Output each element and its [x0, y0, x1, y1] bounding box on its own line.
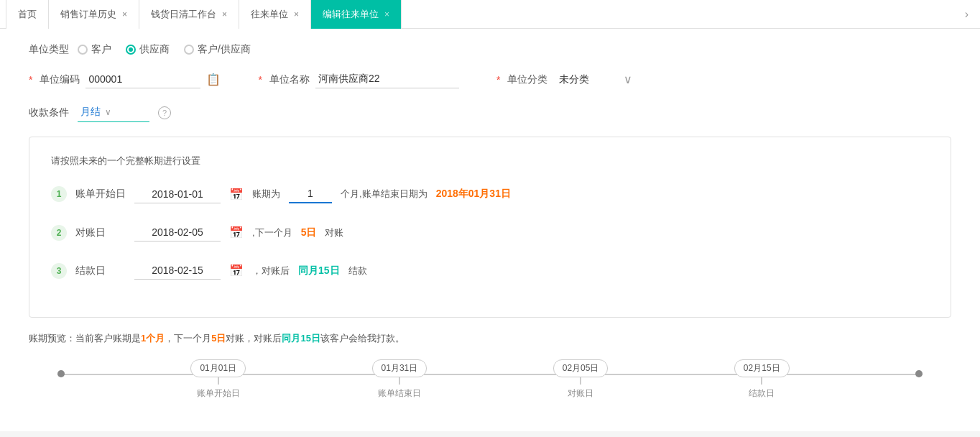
timeline-point-date2: 01月31日 账单结束日	[372, 359, 427, 400]
tab-home[interactable]: 首页	[6, 0, 49, 29]
section-title: 请按照未来的一个完整帐期进行设置	[51, 155, 929, 167]
timeline: 01月01日 账单开始日 01月31日 账单结束日 02月05日 对账日 02月…	[29, 359, 951, 400]
unit-type-row: 单位类型 客户 供应商 客户/供应商	[29, 43, 951, 56]
payment-terms-value: 月结	[80, 106, 101, 119]
step-3-label: 结款日	[75, 264, 126, 277]
step-2-row: 2 对账日 📅 ,下一个月5日 对账	[51, 224, 929, 242]
payment-terms-select-arrow: ∨	[105, 107, 111, 117]
step-2-calendar-icon[interactable]: 📅	[229, 226, 244, 239]
timeline-badge-2: 01月31日	[372, 359, 427, 377]
preview-suffix: 该客户会给我打款。	[320, 333, 405, 344]
radio-customer-supplier-label: 客户/供应商	[198, 43, 251, 56]
radio-supplier[interactable]: 供应商	[126, 43, 170, 56]
timeline-point-end	[915, 359, 923, 377]
preview-part2: 5日	[211, 333, 226, 344]
radio-customer-label: 客户	[91, 43, 111, 56]
radio-customer-supplier[interactable]: 客户/供应商	[184, 43, 251, 56]
payment-terms-label: 收款条件	[29, 106, 69, 119]
tab-sales-order-history-label: 销售订单历史	[60, 8, 116, 21]
timeline-point-date1: 01月01日 账单开始日	[190, 359, 246, 400]
unit-category-dropdown-icon[interactable]: ∨	[624, 73, 632, 86]
timeline-point-date4: 02月15日 结款日	[734, 359, 790, 400]
step-1-desc-prefix: 账期为	[252, 188, 280, 201]
unit-category-star: *	[496, 74, 500, 86]
payment-terms-help-icon[interactable]: ?	[158, 106, 171, 119]
unit-info-row: * 单位编码 📋 * 单位名称 * 单位分类 未分类 ∨	[29, 70, 951, 88]
payment-terms-row: 收款条件 月结 ∨ ?	[29, 103, 951, 122]
radio-customer-supplier-circle	[184, 45, 194, 55]
unit-category-group: * 单位分类 未分类 ∨	[496, 73, 632, 86]
timeline-tick-4	[761, 377, 762, 385]
tab-counterpart-unit-close[interactable]: ×	[294, 9, 299, 19]
unit-code-group: * 单位编码 📋	[29, 70, 221, 88]
timeline-sublabel-1: 账单开始日	[197, 387, 240, 400]
radio-supplier-circle	[126, 45, 136, 55]
step-1-row: 1 账单开始日 📅 账期为 个月,账单结束日期为 2018年01月31日	[51, 185, 929, 203]
unit-code-input[interactable]	[85, 70, 200, 88]
step-2-desc-suffix: 对账	[325, 226, 343, 239]
unit-name-input[interactable]	[315, 70, 459, 88]
tab-counterpart-unit[interactable]: 往来单位 ×	[239, 0, 311, 29]
step-3-row: 3 结款日 📅 ，对账后 同月15日 结款	[51, 262, 929, 280]
tab-sales-order-history-close[interactable]: ×	[122, 9, 127, 19]
unit-type-label: 单位类型	[29, 43, 69, 56]
timeline-tick-1	[218, 377, 219, 385]
unit-category-value: 未分类	[559, 73, 589, 86]
preview-part1: 1个月	[141, 333, 165, 344]
timeline-dot-start	[57, 370, 65, 377]
timeline-points: 01月01日 账单开始日 01月31日 账单结束日 02月05日 对账日 02月…	[57, 359, 923, 400]
step-3-date-input[interactable]	[134, 262, 221, 280]
tab-home-label: 首页	[18, 8, 37, 21]
step-3-highlight: 同月15日	[298, 264, 340, 277]
step-2-label: 对账日	[75, 226, 126, 239]
tabs-bar: 首页 销售订单历史 × 钱货日清工作台 × 往来单位 × 编辑往来单位 × ›	[0, 0, 980, 29]
preview-text: 账期预览：当前客户账期是1个月，下一个月5日对账，对账后同月15日该客户会给我打…	[29, 332, 951, 345]
timeline-badge-3: 02月05日	[553, 359, 609, 377]
timeline-sublabel-2: 账单结束日	[378, 387, 421, 400]
tab-cash-work-close[interactable]: ×	[222, 9, 227, 19]
tab-edit-counterpart-unit-close[interactable]: ×	[384, 9, 389, 19]
tabs-scroll-right[interactable]: ›	[959, 8, 974, 21]
tab-cash-work[interactable]: 钱货日清工作台 ×	[139, 0, 239, 29]
step-3-calendar-icon[interactable]: 📅	[229, 264, 244, 277]
timeline-badge-1: 01月01日	[190, 359, 246, 377]
tab-edit-counterpart-unit-label: 编辑往来单位	[323, 8, 379, 21]
unit-code-icon[interactable]: 📋	[206, 73, 221, 86]
step-1-label: 账单开始日	[75, 188, 126, 201]
timeline-point-date3: 02月05日 对账日	[553, 359, 609, 400]
tab-edit-counterpart-unit[interactable]: 编辑往来单位 ×	[311, 0, 402, 29]
billing-period-section: 请按照未来的一个完整帐期进行设置 1 账单开始日 📅 账期为 个月,账单结束日期…	[29, 137, 951, 318]
step-3-desc-suffix: 结款	[348, 264, 367, 277]
tab-cash-work-label: 钱货日清工作台	[151, 8, 216, 21]
unit-code-label: 单位编码	[40, 73, 80, 86]
timeline-point-1	[57, 359, 65, 386]
unit-code-star: *	[29, 74, 32, 86]
step-3-desc-prefix: ，对账后	[252, 264, 290, 277]
step-1-number: 1	[51, 186, 67, 202]
help-icon-label: ?	[162, 109, 167, 117]
radio-customer-circle	[78, 45, 88, 55]
unit-name-label: 单位名称	[269, 73, 310, 86]
step-2-desc-prefix: ,下一个月	[252, 226, 292, 239]
payment-terms-select[interactable]: 月结 ∨	[78, 103, 149, 122]
main-content: 单位类型 客户 供应商 客户/供应商 * 单位编码 📋 * 单位名称	[0, 29, 980, 431]
preview-prefix: 账期预览：当前客户账期是	[29, 333, 141, 344]
timeline-sublabel-4: 结款日	[749, 387, 775, 400]
timeline-tick-2	[399, 377, 400, 385]
tab-sales-order-history[interactable]: 销售订单历史 ×	[49, 0, 139, 29]
unit-name-star: *	[258, 74, 262, 86]
step-1-period-input[interactable]	[289, 185, 332, 203]
preview-middle2: 对账，对账后	[226, 333, 282, 344]
radio-supplier-label: 供应商	[139, 43, 170, 56]
step-1-date-input[interactable]	[134, 185, 221, 203]
unit-category-label: 单位分类	[507, 73, 547, 86]
unit-name-group: * 单位名称	[258, 70, 458, 88]
preview-middle1: ，下一个月	[165, 333, 211, 344]
step-1-calendar-icon[interactable]: 📅	[229, 188, 244, 201]
step-2-number: 2	[51, 225, 67, 241]
step-1-period-unit: 个月,账单结束日期为	[341, 188, 427, 201]
preview-part3: 同月15日	[282, 333, 320, 344]
step-2-date-input[interactable]	[134, 224, 221, 242]
radio-customer[interactable]: 客户	[78, 43, 111, 56]
tab-counterpart-unit-label: 往来单位	[251, 8, 288, 21]
